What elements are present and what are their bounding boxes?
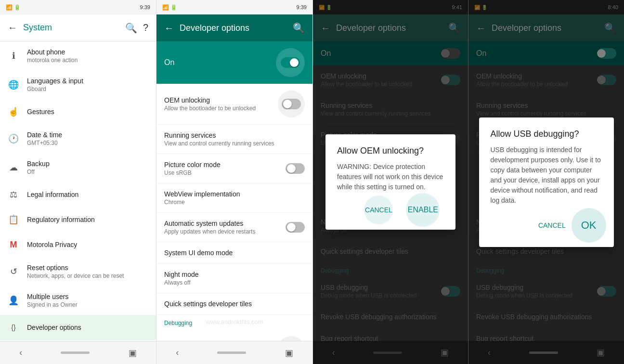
search-icon-left[interactable]: 🔍 [125, 22, 137, 34]
night-mode-subtitle: Always off [164, 279, 199, 286]
webview-subtitle: Chrome [164, 199, 240, 206]
sidebar-item-backup[interactable]: ☁ Backup Off [0, 153, 156, 182]
oem-unlocking-subtitle: Allow the bootloader to be unlocked [164, 105, 256, 112]
status-bar-mid: 📶 🔋 9:39 [156, 0, 312, 14]
top-bar-mid: ← Developer options 🔍 [156, 14, 312, 41]
regulatory-icon: 📋 [8, 214, 19, 225]
oem-dialog-title: Allow OEM unlocking? [337, 146, 444, 156]
oem-dialog: Allow OEM unlocking? WARNING: Device pro… [325, 134, 455, 230]
running-services-item[interactable]: Running services View and control curren… [156, 125, 312, 154]
sidebar-title-developer: Developer options [27, 324, 81, 331]
developer-on-toggle-container [276, 48, 305, 77]
picture-color-toggle[interactable] [286, 163, 305, 174]
usb-debugging-item[interactable]: USB debugging Debug mode when USB is con… [156, 329, 312, 341]
help-icon-left[interactable]: ? [143, 22, 148, 34]
users-icon: 👤 [8, 295, 19, 306]
sidebar-item-legal[interactable]: ⚖ Legal information [0, 182, 156, 207]
webview-item[interactable]: WebView implementation Chrome [156, 183, 312, 213]
back-icon-left[interactable]: ← [8, 22, 17, 33]
sidebar-subtitle-reset: Network, apps, or device can be reset [27, 273, 124, 279]
status-time-mid: 9:39 [297, 4, 307, 10]
picture-color-subtitle: Use sRGB [164, 169, 221, 176]
oem-unlocking-toggle[interactable] [282, 99, 301, 109]
usb-dialog-title: Allow USB debugging? [491, 129, 602, 139]
sidebar-item-developer[interactable]: {} Developer options [0, 315, 156, 340]
night-mode-title: Night mode [164, 271, 199, 278]
auto-updates-title: Automatic system updates [164, 220, 255, 227]
sidebar-subtitle-datetime: GMT+05:30 [27, 140, 62, 146]
sidebar-title-motorola-privacy: Motorola Privacy [27, 241, 77, 248]
status-icons-mid: 📶 🔋 [162, 4, 177, 11]
sidebar-title-backup: Backup [27, 160, 50, 168]
gestures-icon: ☝ [8, 106, 19, 117]
night-mode-item[interactable]: Night mode Always off [156, 264, 312, 293]
nav-recents-mid[interactable]: ▣ [285, 348, 293, 358]
nav-back-mid[interactable]: ‹ [176, 348, 179, 358]
nav-bar-mid: ‹ ▣ [156, 341, 312, 364]
nav-recents-left[interactable]: ▣ [129, 348, 137, 358]
nav-bar-left: ‹ ▣ [0, 341, 156, 364]
quick-settings-title: Quick settings developer tiles [164, 300, 252, 308]
clock-icon: 🕐 [8, 133, 19, 144]
nav-back-left[interactable]: ‹ [19, 348, 22, 358]
developer-options-panel: 📶 🔋 9:39 ← Developer options 🔍 On OEM un… [156, 0, 313, 364]
system-settings-panel: 📶 🔋 9:39 ← System 🔍 ? ℹ About phone moto… [0, 0, 156, 364]
auto-updates-item[interactable]: Automatic system updates Apply updates w… [156, 213, 312, 242]
sidebar-title-datetime: Date & time [27, 131, 62, 139]
usb-dialog-overlay: Allow USB debugging? USB debugging is in… [468, 0, 624, 364]
oem-dialog-actions: Cancel Enable [337, 202, 444, 218]
sidebar-item-users[interactable]: 👤 Multiple users Signed in as Owner [0, 286, 156, 315]
oem-unlocking-title: OEM unlocking [164, 96, 256, 104]
sidebar-list: ℹ About phone motorola one action 🌐 Lang… [0, 41, 156, 341]
picture-color-item[interactable]: Picture color mode Use sRGB [156, 154, 312, 183]
picture-color-title: Picture color mode [164, 161, 221, 169]
status-time-left: 9:39 [140, 4, 150, 10]
back-icon-mid[interactable]: ← [164, 23, 174, 34]
top-bar-left: ← System 🔍 ? [0, 14, 156, 41]
sidebar-title-regulatory: Regulatory information [27, 216, 95, 223]
usb-dialog-body: USB debugging is intended for developmen… [491, 145, 602, 206]
sidebar-subtitle-backup: Off [27, 169, 50, 175]
webview-title: WebView implementation [164, 190, 240, 198]
search-icon-mid[interactable]: 🔍 [293, 22, 305, 34]
sidebar-item-reset[interactable]: ↺ Reset options Network, apps, or device… [0, 257, 156, 286]
page-title-left: System [23, 23, 119, 33]
nav-home-mid[interactable] [217, 351, 246, 354]
oem-dialog-overlay: Allow OEM unlocking? WARNING: Device pro… [313, 0, 468, 364]
auto-updates-toggle[interactable] [286, 222, 305, 233]
reset-icon: ↺ [8, 266, 19, 277]
sidebar-item-datetime[interactable]: 🕐 Date & time GMT+05:30 [0, 124, 156, 153]
developer-on-toggle[interactable] [281, 57, 300, 68]
sidebar-item-about[interactable]: ℹ About phone motorola one action [0, 41, 156, 70]
system-ui-item[interactable]: System UI demo mode [156, 242, 312, 264]
usb-cancel-button[interactable]: Cancel [533, 215, 572, 235]
developer-on-row[interactable]: On [156, 41, 312, 84]
oem-dialog-body: WARNING: Device protection features will… [337, 162, 444, 192]
motorola-icon: M [8, 239, 19, 250]
globe-icon: 🌐 [8, 79, 19, 91]
auto-updates-subtitle: Apply updates when device restarts [164, 228, 255, 235]
developer-icon: {} [8, 322, 19, 333]
sidebar-subtitle-about: motorola one action [27, 57, 78, 64]
nav-home-left[interactable] [61, 351, 90, 354]
quick-settings-item[interactable]: Quick settings developer tiles [156, 293, 312, 315]
sidebar-item-gestures[interactable]: ☝ Gestures [0, 99, 156, 124]
usb-dialog-panel: 📶 🔋 8:40 ← Developer options 🔍 On OEM un… [468, 0, 624, 364]
sidebar-title-gestures: Gestures [27, 108, 54, 116]
oem-unlocking-item[interactable]: OEM unlocking Allow the bootloader to be… [156, 84, 312, 125]
running-services-title: Running services [164, 131, 274, 139]
status-icons-left: 📶 🔋 [6, 4, 21, 11]
sidebar-item-regulatory[interactable]: 📋 Regulatory information [0, 207, 156, 232]
running-services-subtitle: View and control currently running servi… [164, 140, 274, 147]
usb-dialog: Allow USB debugging? USB debugging is in… [479, 117, 614, 247]
sidebar-item-languages[interactable]: 🌐 Languages & input Gboard [0, 70, 156, 99]
usb-dialog-actions: Cancel OK [491, 215, 602, 235]
debugging-section-header: Debugging [156, 315, 312, 329]
info-icon: ℹ [8, 50, 19, 62]
sidebar-title-legal: Legal information [27, 191, 78, 198]
page-title-mid: Developer options [180, 23, 287, 33]
developer-options-list: OEM unlocking Allow the bootloader to be… [156, 84, 312, 341]
legal-icon: ⚖ [8, 189, 19, 200]
sidebar-item-motorola-privacy[interactable]: M Motorola Privacy [0, 232, 156, 257]
status-bar-left: 📶 🔋 9:39 [0, 0, 156, 14]
